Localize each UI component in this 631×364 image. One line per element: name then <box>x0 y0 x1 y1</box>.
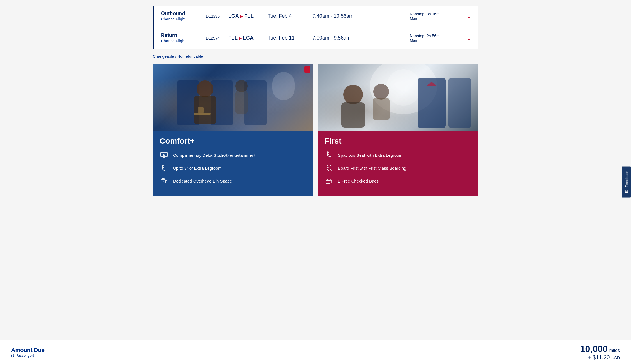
return-flight-row: Return Change Flight DL2574 FLL ▶ LGA Tu… <box>153 27 478 49</box>
return-change-flight-link[interactable]: Change Flight <box>161 39 185 43</box>
comfort-feature-1-text: Complimentary Delta Studio® entertainmen… <box>173 153 255 158</box>
outbound-time: 7:40am - 10:56am <box>307 13 410 19</box>
outbound-chevron-col[interactable]: ⌄ <box>460 13 471 20</box>
outbound-label-col: Outbound Change Flight <box>161 11 206 22</box>
first-feature-3-text: 2 Free Checked Bags <box>338 179 379 183</box>
passenger-note: (1 Passenger) <box>11 353 45 358</box>
return-label-col: Return Change Flight <box>161 33 206 43</box>
miles-row: 10,000 miles <box>580 344 620 354</box>
svg-rect-1 <box>272 72 295 100</box>
feedback-tab[interactable]: Feedback <box>622 166 631 197</box>
outbound-date: Tue, Feb 4 <box>262 13 307 19</box>
first-feature-2-text: Board First with First Class Boarding <box>338 166 406 171</box>
svg-marker-14 <box>163 154 166 156</box>
return-route: FLL ▶ LGA <box>228 35 262 41</box>
svg-point-33 <box>328 182 329 183</box>
comfort-card-image <box>153 64 313 131</box>
cabin-cards-row: Comfort+ Complimentary Delta Studio® ent… <box>153 64 478 196</box>
currency-label: USD <box>611 356 620 360</box>
outbound-type-label: Outbound <box>161 11 206 17</box>
outbound-flight-row: Outbound Change Flight DL2335 LGA ▶ FLL … <box>153 6 478 27</box>
comfort-card-body: Comfort+ Complimentary Delta Studio® ent… <box>153 131 313 196</box>
outbound-chevron-icon[interactable]: ⌄ <box>466 13 471 20</box>
fare-note: Changeable / Nonrefundable <box>153 54 478 59</box>
return-cabin: Main <box>410 38 460 43</box>
checked-bags-icon <box>324 176 333 185</box>
boarding-icon <box>324 163 333 172</box>
return-duration: Nonstop, 2h 56m <box>410 34 460 38</box>
first-feature-1-text: Spacious Seat with Extra Legroom <box>338 153 402 158</box>
svg-rect-10 <box>198 107 204 113</box>
comfort-plus-card[interactable]: Comfort+ Complimentary Delta Studio® ent… <box>153 64 313 196</box>
outbound-cabin: Main <box>410 16 460 21</box>
miles-label: miles <box>609 348 620 353</box>
svg-rect-26 <box>341 102 365 128</box>
comfort-feature-1: Complimentary Delta Studio® entertainmen… <box>160 151 307 160</box>
comfort-feature-3: Dedicated Overhead Bin Space <box>160 176 307 185</box>
svg-rect-21 <box>387 69 420 106</box>
comfort-feature-2-text: Up to 3" of Extra Legroom <box>173 166 222 171</box>
first-card-body: First Spacious Seat with Extra Legroom <box>318 131 478 196</box>
comfort-feature-3-text: Dedicated Overhead Bin Space <box>173 179 232 183</box>
svg-rect-6 <box>194 96 216 124</box>
outbound-meta: Nonstop, 3h 16m Main <box>410 12 460 21</box>
outbound-duration: Nonstop, 3h 16m <box>410 12 460 16</box>
first-feature-2: Board First with First Class Boarding <box>324 163 471 172</box>
return-route-arrow-icon: ▶ <box>239 36 242 40</box>
feedback-lock-icon <box>625 190 629 194</box>
outbound-route: LGA ▶ FLL <box>228 13 262 19</box>
feedback-label: Feedback <box>625 170 629 187</box>
comfort-illustration <box>153 64 313 131</box>
svg-point-25 <box>343 85 363 104</box>
bottom-bar: Amount Due (1 Passenger) 10,000 miles + … <box>0 340 631 364</box>
comfort-feature-list: Complimentary Delta Studio® entertainmen… <box>160 151 307 185</box>
first-feature-1: Spacious Seat with Extra Legroom <box>324 151 471 160</box>
overhead-bin-icon <box>160 176 169 185</box>
svg-point-5 <box>197 80 213 97</box>
outbound-change-flight-link[interactable]: Change Flight <box>161 17 185 21</box>
return-meta: Nonstop, 2h 56m Main <box>410 34 460 43</box>
plus-dollars: + $11.20 <box>588 354 610 361</box>
return-route-to: LGA <box>243 35 254 41</box>
amount-due-right-block: 10,000 miles + $11.20 USD <box>580 344 620 361</box>
first-feature-list: Spacious Seat with Extra Legroom <box>324 151 471 185</box>
comfort-card-title: Comfort+ <box>160 137 307 146</box>
first-card-image <box>318 64 478 131</box>
svg-point-7 <box>235 80 248 92</box>
comfort-feature-2: + Up to 3" of Extra Legroom <box>160 163 307 172</box>
legroom-icon: + <box>160 163 169 172</box>
return-flight-number: DL2574 <box>206 36 228 40</box>
entertainment-icon <box>160 151 169 160</box>
first-seat-icon <box>324 151 333 160</box>
svg-rect-23 <box>448 78 471 128</box>
outbound-route-to: FLL <box>244 13 254 19</box>
return-date: Tue, Feb 11 <box>262 35 307 41</box>
return-chevron-col[interactable]: ⌄ <box>460 34 471 42</box>
return-chevron-icon[interactable]: ⌄ <box>466 34 471 42</box>
svg-rect-28 <box>373 98 390 120</box>
return-route-from: FLL <box>228 35 238 41</box>
first-class-card[interactable]: First Spacious Seat with Extra Legroom <box>318 64 478 196</box>
outbound-route-from: LGA <box>228 13 239 19</box>
svg-point-27 <box>373 84 389 100</box>
first-feature-3: 2 Free Checked Bags <box>324 176 471 185</box>
return-time: 7:00am - 9:56am <box>307 35 410 41</box>
svg-rect-13 <box>162 158 166 158</box>
svg-rect-8 <box>235 91 248 114</box>
svg-rect-12 <box>163 157 165 158</box>
amount-due-left: Amount Due (1 Passenger) <box>11 347 45 358</box>
svg-point-18 <box>163 181 164 182</box>
svg-rect-35 <box>626 192 628 193</box>
amount-due-label: Amount Due <box>11 347 45 353</box>
delta-logo-badge <box>304 66 310 73</box>
first-illustration <box>318 64 478 131</box>
route-arrow-icon: ▶ <box>240 14 243 19</box>
miles-amount: 10,000 <box>580 344 608 354</box>
svg-text:+: + <box>165 165 167 168</box>
first-card-title: First <box>324 137 471 146</box>
outbound-flight-number: DL2335 <box>206 14 228 19</box>
usd-row: + $11.20 USD <box>580 354 620 361</box>
return-type-label: Return <box>161 33 206 38</box>
